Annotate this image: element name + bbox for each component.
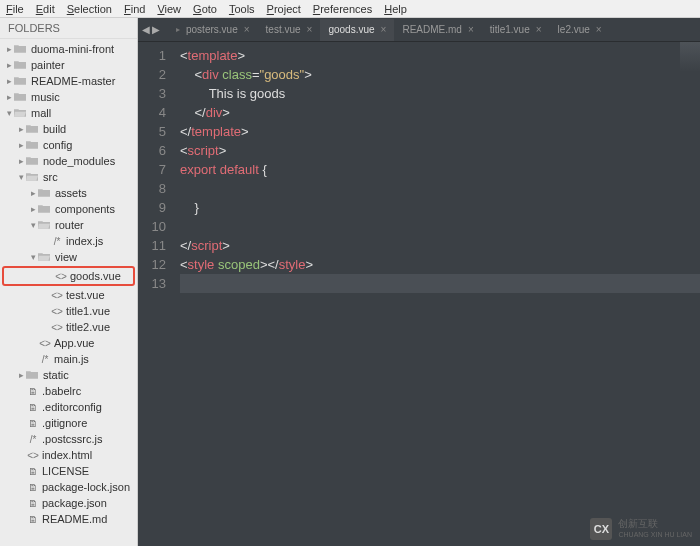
close-icon[interactable]: ×	[468, 24, 474, 35]
code-line[interactable]: }	[180, 198, 700, 217]
disclosure-icon[interactable]: ▸	[16, 124, 26, 134]
tree-item-label: mall	[31, 107, 51, 119]
close-icon[interactable]: ×	[596, 24, 602, 35]
tab-label: posters.vue	[186, 24, 238, 35]
tree-item-config[interactable]: ▸config	[0, 137, 137, 153]
menu-goto[interactable]: Goto	[193, 3, 217, 15]
tree-item-label: assets	[55, 187, 87, 199]
code-line[interactable]: <script>	[180, 141, 700, 160]
tab-test-vue[interactable]: test.vue×	[258, 19, 321, 41]
minimap[interactable]	[680, 42, 700, 72]
tree-item-label: config	[43, 139, 72, 151]
code-line[interactable]	[180, 217, 700, 236]
folder-icon	[14, 43, 28, 55]
tree-item-components[interactable]: ▸components	[0, 201, 137, 217]
line-number: 9	[138, 198, 166, 217]
tree-item-goods-vue[interactable]: <>goods.vue	[2, 266, 135, 286]
code-content[interactable]: <template> <div class="goods"> This is g…	[176, 42, 700, 546]
menu-find[interactable]: Find	[124, 3, 145, 15]
tree-item-readme-md[interactable]: 🗎README.md	[0, 511, 137, 527]
menu-view[interactable]: View	[157, 3, 181, 15]
code-line[interactable]: export default {	[180, 160, 700, 179]
tree-item-main-js[interactable]: /*main.js	[0, 351, 137, 367]
tree-item--postcssrc-js[interactable]: /*.postcssrc.js	[0, 431, 137, 447]
menu-help[interactable]: Help	[384, 3, 407, 15]
nav-left-icon[interactable]: ◀	[142, 24, 150, 35]
disclosure-icon[interactable]: ▸	[16, 140, 26, 150]
disclosure-icon[interactable]: ▸	[4, 76, 14, 86]
tab-title1-vue[interactable]: title1.vue×	[482, 19, 550, 41]
tree-item-readme-master[interactable]: ▸README-master	[0, 73, 137, 89]
tree-item-index-html[interactable]: <>index.html	[0, 447, 137, 463]
tab-readme-md[interactable]: README.md×	[394, 19, 481, 41]
tree-item-painter[interactable]: ▸painter	[0, 57, 137, 73]
tree-item-app-vue[interactable]: <>App.vue	[0, 335, 137, 351]
tree-item-label: static	[43, 369, 69, 381]
code-line[interactable]: </script>	[180, 236, 700, 255]
tree-item--editorconfig[interactable]: 🗎.editorconfig	[0, 399, 137, 415]
tree-item-test-vue[interactable]: <>test.vue	[0, 287, 137, 303]
disclosure-icon[interactable]: ▸	[16, 156, 26, 166]
code-line[interactable]	[180, 274, 700, 293]
code-line[interactable]: <template>	[180, 46, 700, 65]
tree-item-duoma-mini-front[interactable]: ▸duoma-mini-front	[0, 41, 137, 57]
tree-item-view[interactable]: ▾view	[0, 249, 137, 265]
disclosure-icon[interactable]: ▾	[28, 220, 38, 230]
tab-goods-vue[interactable]: goods.vue×	[320, 19, 394, 41]
tree-item--gitignore[interactable]: 🗎.gitignore	[0, 415, 137, 431]
tree-item--babelrc[interactable]: 🗎.babelrc	[0, 383, 137, 399]
tree-item-title1-vue[interactable]: <>title1.vue	[0, 303, 137, 319]
disclosure-icon[interactable]: ▾	[16, 172, 26, 182]
close-icon[interactable]: ×	[307, 24, 313, 35]
tab-le2-vue[interactable]: le2.vue×	[550, 19, 610, 41]
nav-right-icon[interactable]: ▶	[152, 24, 160, 35]
folder-open-icon	[38, 219, 52, 231]
line-number: 12	[138, 255, 166, 274]
code-area[interactable]: 12345678910111213 <template> <div class=…	[138, 42, 700, 546]
disclosure-icon[interactable]: ▸	[28, 188, 38, 198]
tab-nav-arrows[interactable]: ◀ ▶	[142, 24, 160, 35]
disclosure-icon[interactable]: ▾	[28, 252, 38, 262]
code-line[interactable]: <style scoped></style>	[180, 255, 700, 274]
disclosure-icon[interactable]: ▸	[16, 370, 26, 380]
tree-item-package-json[interactable]: 🗎package.json	[0, 495, 137, 511]
code-line[interactable]: <div class="goods">	[180, 65, 700, 84]
file-icon: <>	[38, 338, 52, 349]
tree-item-node-modules[interactable]: ▸node_modules	[0, 153, 137, 169]
menu-preferences[interactable]: Preferences	[313, 3, 372, 15]
close-icon[interactable]: ×	[536, 24, 542, 35]
menu-selection[interactable]: Selection	[67, 3, 112, 15]
menu-file[interactable]: File	[6, 3, 24, 15]
code-line[interactable]: This is goods	[180, 84, 700, 103]
folder-icon	[14, 75, 28, 87]
file-icon: /*	[50, 236, 64, 247]
tree-item-build[interactable]: ▸build	[0, 121, 137, 137]
disclosure-icon[interactable]: ▸	[28, 204, 38, 214]
tab-bar: ◀ ▶ ▸posters.vue×test.vue×goods.vue×READ…	[138, 18, 700, 42]
tree-item-mall[interactable]: ▾mall	[0, 105, 137, 121]
tree-item-index-js[interactable]: /*index.js	[0, 233, 137, 249]
tree-item-title2-vue[interactable]: <>title2.vue	[0, 319, 137, 335]
tree-item-license[interactable]: 🗎LICENSE	[0, 463, 137, 479]
disclosure-icon[interactable]: ▸	[4, 60, 14, 70]
tree-item-src[interactable]: ▾src	[0, 169, 137, 185]
menu-project[interactable]: Project	[267, 3, 301, 15]
code-line[interactable]: </div>	[180, 103, 700, 122]
disclosure-icon[interactable]: ▾	[4, 108, 14, 118]
close-icon[interactable]: ×	[244, 24, 250, 35]
tree-item-label: components	[55, 203, 115, 215]
code-line[interactable]: </template>	[180, 122, 700, 141]
tree-item-music[interactable]: ▸music	[0, 89, 137, 105]
tree-item-package-lock-json[interactable]: 🗎package-lock.json	[0, 479, 137, 495]
code-line[interactable]	[180, 179, 700, 198]
disclosure-icon[interactable]: ▸	[4, 44, 14, 54]
menu-tools[interactable]: Tools	[229, 3, 255, 15]
close-icon[interactable]: ×	[381, 24, 387, 35]
disclosure-icon[interactable]: ▸	[4, 92, 14, 102]
menu-edit[interactable]: Edit	[36, 3, 55, 15]
tree-item-assets[interactable]: ▸assets	[0, 185, 137, 201]
tab-posters-vue[interactable]: ▸posters.vue×	[168, 19, 258, 41]
tree-item-router[interactable]: ▾router	[0, 217, 137, 233]
tree-item-static[interactable]: ▸static	[0, 367, 137, 383]
tree-item-label: node_modules	[43, 155, 115, 167]
